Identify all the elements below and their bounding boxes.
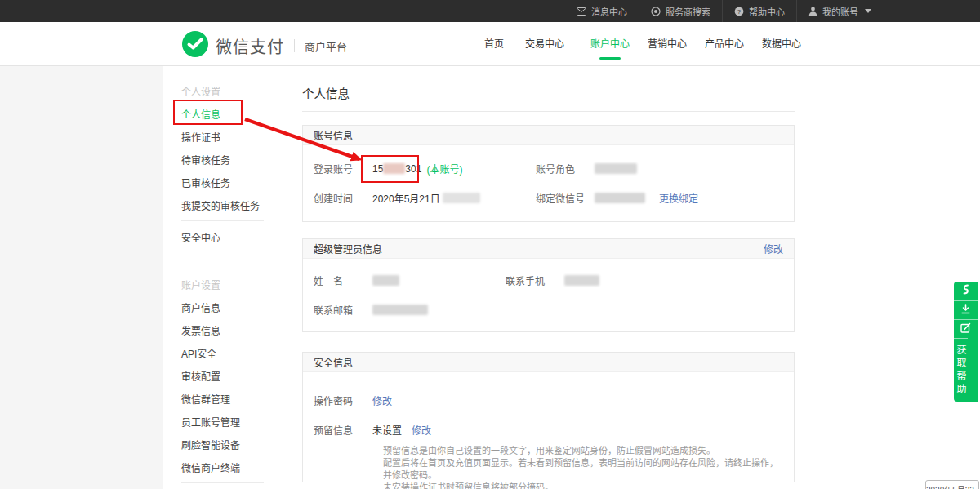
account-info-card-title: 账号信息 bbox=[314, 128, 353, 142]
super-admin-card-title: 超级管理员信息 bbox=[314, 242, 382, 256]
redacted-email bbox=[372, 305, 428, 315]
sidebar-item-personal-info[interactable]: 个人信息 bbox=[181, 102, 282, 125]
site-header: 微信支付 商户平台 首页 交易中心 账户中心 营销中心 产品中心 数据中心 bbox=[0, 22, 980, 66]
title-rule bbox=[302, 111, 795, 112]
bound-wechat-label: 绑定微信号 bbox=[536, 191, 595, 205]
note-line: 未安装操作证书时预留信息将被部分掩码。 bbox=[383, 482, 783, 489]
login-account-value: 15301 bbox=[372, 163, 421, 175]
note-line: 配置后将在首页及充值页面显示。若未看到预留信息，表明当前访问的网站存在风险，请终… bbox=[383, 457, 783, 482]
floating-help-panel: 获取帮助 bbox=[954, 282, 978, 402]
feedback-button[interactable] bbox=[954, 319, 978, 338]
brand-portal-label: 商户平台 bbox=[305, 38, 347, 54]
admin-row-2: 联系邮箱 bbox=[314, 303, 783, 317]
message-center-label: 消息中心 bbox=[591, 5, 627, 18]
nav-transaction-center[interactable]: 交易中心 bbox=[525, 22, 564, 66]
sidebar-section-account-settings: 账户设置 bbox=[181, 273, 282, 296]
download-icon bbox=[960, 303, 971, 318]
redacted-created-time bbox=[443, 193, 480, 203]
name-label: 姓 名 bbox=[314, 273, 372, 287]
sidebar-item-pending-review-tasks[interactable]: 待审核任务 bbox=[181, 148, 282, 171]
login-account-label: 登录账号 bbox=[314, 162, 372, 176]
security-row-reserved: 预留信息 未设置 修改 bbox=[314, 423, 783, 437]
change-binding-link[interactable]: 更换绑定 bbox=[659, 191, 698, 205]
top-utility-bar: 消息中心 服务商搜索 ? 帮助中心 我的账号 bbox=[0, 0, 980, 22]
service-provider-search-label: 服务商搜索 bbox=[666, 5, 710, 18]
security-info-card-title: 安全信息 bbox=[314, 355, 353, 369]
brand[interactable]: 微信支付 商户平台 bbox=[181, 30, 347, 61]
sidebar-item-review-config[interactable]: 审核配置 bbox=[181, 364, 282, 387]
account-role-label: 账号角色 bbox=[536, 162, 595, 176]
sidebar-divider bbox=[181, 482, 264, 483]
wechat-pay-logo-icon bbox=[181, 30, 209, 61]
search-icon bbox=[651, 7, 661, 16]
brand-name: 微信支付 bbox=[216, 34, 284, 58]
created-time-value: 2020年5月21日 bbox=[372, 191, 440, 205]
sidebar: 个人设置 个人信息 操作证书 待审核任务 已审核任务 我提交的审核任务 安全中心… bbox=[163, 66, 282, 489]
reserved-info-value: 未设置 bbox=[372, 423, 402, 437]
date-tooltip: 2020年5月22日 bbox=[925, 480, 979, 489]
help-center-label: 帮助中心 bbox=[749, 5, 785, 18]
security-row-password: 操作密码 修改 bbox=[314, 393, 783, 407]
reserved-info-label: 预留信息 bbox=[314, 423, 372, 437]
sidebar-item-staff-account-management[interactable]: 员工账号管理 bbox=[181, 410, 282, 433]
main-content: 个人信息 账号信息 登录账号 15301 (本账号) 账号角色 bbox=[302, 66, 795, 482]
sidebar-item-operation-certificate[interactable]: 操作证书 bbox=[181, 125, 282, 148]
redacted-phone bbox=[564, 275, 599, 286]
redacted-account-role bbox=[595, 163, 637, 174]
svg-text:?: ? bbox=[737, 7, 742, 15]
redacted-name bbox=[372, 275, 399, 286]
sidebar-item-reviewed-tasks[interactable]: 已审核任务 bbox=[181, 171, 282, 193]
created-time-label: 创建时间 bbox=[314, 191, 372, 205]
nav-account-center[interactable]: 账户中心 bbox=[590, 22, 630, 66]
get-help-button[interactable]: 获取帮助 bbox=[954, 338, 968, 402]
edit-reserved-info-link[interactable]: 修改 bbox=[412, 423, 431, 437]
sidebar-item-face-smart-devices[interactable]: 刷脸智能设备 bbox=[181, 433, 282, 456]
wechat-pay-merchant-page: 消息中心 服务商搜索 ? 帮助中心 我的账号 bbox=[0, 0, 980, 489]
nav-marketing-center[interactable]: 营销中心 bbox=[648, 22, 687, 66]
contact-email-label: 联系邮箱 bbox=[314, 303, 372, 317]
reserved-info-notes: 预留信息是由你自己设置的一段文字，用来鉴定网站身份，防止假冒网站造成损失。 配置… bbox=[383, 445, 783, 489]
nav-home[interactable]: 首页 bbox=[484, 22, 504, 66]
edit-icon bbox=[960, 322, 971, 336]
sidebar-section-personal-settings: 个人设置 bbox=[181, 79, 282, 102]
security-info-card: 安全信息 操作密码 修改 预留信息 未设置 修改 预留信息是由你自己设置的一段文… bbox=[302, 352, 795, 482]
operation-password-label: 操作密码 bbox=[314, 393, 372, 407]
redacted-bound-wechat bbox=[595, 193, 645, 203]
super-admin-card: 超级管理员信息 修改 姓 名 联系手机 联系邮箱 bbox=[302, 238, 795, 332]
sidebar-item-api-security[interactable]: API安全 bbox=[181, 341, 282, 364]
envelope-icon bbox=[577, 7, 586, 16]
my-account-menu[interactable]: 我的账号 bbox=[797, 0, 883, 22]
edit-admin-link[interactable]: 修改 bbox=[764, 242, 783, 256]
admin-row-1: 姓 名 联系手机 bbox=[314, 273, 783, 287]
brand-divider bbox=[294, 39, 295, 52]
current-account-tag: (本账号) bbox=[426, 162, 462, 176]
download-button[interactable] bbox=[954, 300, 978, 319]
sidebar-item-wechat-group-management[interactable]: 微信群管理 bbox=[181, 387, 282, 410]
help-icon: ? bbox=[734, 7, 744, 16]
user-icon bbox=[808, 7, 817, 16]
note-line: 预留信息是由你自己设置的一段文字，用来鉴定网站身份，防止假冒网站造成损失。 bbox=[383, 445, 783, 457]
left-gutter bbox=[0, 66, 163, 489]
chevron-down-icon bbox=[865, 9, 871, 13]
sidebar-item-wechat-merchant-terminal[interactable]: 微信商户终端 bbox=[181, 456, 282, 478]
message-center-link[interactable]: 消息中心 bbox=[565, 0, 639, 22]
redacted-login-middle bbox=[383, 163, 405, 174]
my-account-label: 我的账号 bbox=[822, 5, 858, 18]
page-title: 个人信息 bbox=[302, 84, 795, 101]
sidebar-item-merchant-info[interactable]: 商户信息 bbox=[181, 296, 282, 318]
quick-link-button[interactable] bbox=[954, 282, 978, 300]
sidebar-item-invoice-info[interactable]: 发票信息 bbox=[181, 318, 282, 341]
sidebar-item-security-center[interactable]: 安全中心 bbox=[181, 225, 282, 248]
nav-product-center[interactable]: 产品中心 bbox=[705, 22, 744, 66]
service-provider-search-link[interactable]: 服务商搜索 bbox=[639, 0, 722, 22]
edit-password-link[interactable]: 修改 bbox=[372, 393, 392, 407]
account-row-1: 登录账号 15301 (本账号) 账号角色 bbox=[314, 162, 783, 176]
sidebar-item-my-submitted-tasks[interactable]: 我提交的审核任务 bbox=[181, 193, 282, 216]
sidebar-divider bbox=[181, 220, 264, 221]
contact-phone-label: 联系手机 bbox=[506, 273, 564, 287]
help-center-link[interactable]: ? 帮助中心 bbox=[723, 0, 796, 22]
nav-data-center[interactable]: 数据中心 bbox=[762, 22, 801, 66]
link-icon bbox=[960, 283, 971, 299]
account-row-2: 创建时间 2020年5月21日 绑定微信号 更换绑定 bbox=[314, 191, 783, 205]
account-info-card: 账号信息 登录账号 15301 (本账号) 账号角色 bbox=[302, 125, 795, 222]
